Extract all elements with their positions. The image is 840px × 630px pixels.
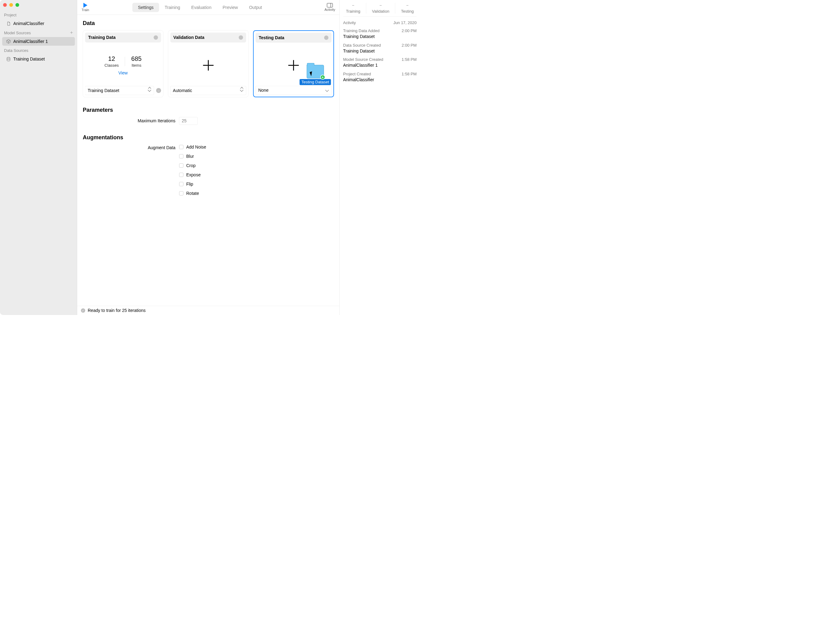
activity-item[interactable]: Training Data Added2:00 PM Training Data… <box>343 28 417 39</box>
activity-item[interactable]: Data Source Created2:00 PM Training Data… <box>343 43 417 54</box>
divider <box>125 57 125 66</box>
section-title-data: Data <box>83 20 334 26</box>
activity-toggle-button[interactable]: Activity <box>325 3 335 12</box>
testing-dataset-dropdown[interactable]: None <box>256 86 332 95</box>
max-iterations-label: Maximum Iterations <box>83 118 175 123</box>
activity-pane: – Training – Validation – Testing Activi… <box>340 0 420 315</box>
train-button-label: Train <box>82 8 89 12</box>
metrics-row: – Training – Validation – Testing <box>343 3 417 17</box>
sidebar-section-modelsources-label: Model Sources <box>0 29 35 37</box>
data-cards-row: Training Data 12 Classes <box>83 30 334 97</box>
activity-item[interactable]: Model Source Created1:58 PM AnimalClassi… <box>343 57 417 68</box>
sidebar-project-name: AnimalClassifier <box>13 21 44 26</box>
sidebar-icon <box>327 3 333 8</box>
main-tabs: Settings Training Evaluation Preview Out… <box>133 3 268 12</box>
validation-dataset-dropdown[interactable]: Automatic <box>170 86 246 95</box>
sidebar-data-source-name: Training Dataset <box>13 57 45 62</box>
document-icon <box>6 21 11 26</box>
svg-point-0 <box>7 57 10 58</box>
checkbox-icon[interactable] <box>179 154 183 158</box>
minimize-window-button[interactable] <box>9 3 13 7</box>
train-button[interactable]: Train <box>82 3 89 12</box>
augment-option-crop[interactable]: Crop <box>179 163 206 168</box>
go-to-dataset-icon[interactable] <box>156 88 161 93</box>
section-title-parameters: Parameters <box>83 107 334 113</box>
augment-option-add-noise[interactable]: Add Noise <box>179 145 206 150</box>
metric-testing-label: Testing <box>401 9 414 14</box>
training-classes-value: 12 <box>104 55 118 62</box>
checkbox-icon[interactable] <box>179 145 183 149</box>
augment-option-rotate[interactable]: Rotate <box>179 191 206 196</box>
section-title-augmentations: Augmentations <box>83 134 334 141</box>
tab-evaluation[interactable]: Evaluation <box>186 3 217 12</box>
main-area: Train Settings Training Evaluation Previ… <box>77 0 340 315</box>
metric-training-value: – <box>346 3 360 8</box>
metric-validation-label: Validation <box>372 9 389 14</box>
tab-preview[interactable]: Preview <box>217 3 244 12</box>
sidebar-section-project-label: Project <box>0 11 77 19</box>
refresh-icon[interactable] <box>324 36 328 40</box>
metric-validation-value: – <box>372 3 389 8</box>
sidebar-section-datasources-label: Data Sources <box>0 46 77 54</box>
augment-option-blur[interactable]: Blur <box>179 154 206 159</box>
activity-item[interactable]: Project Created1:58 PM AnimalClassifier <box>343 72 417 82</box>
maximize-window-button[interactable] <box>16 3 19 7</box>
testing-card-title: Testing Data <box>259 35 284 40</box>
metric-testing-value: – <box>401 3 414 8</box>
refresh-icon[interactable] <box>239 36 243 40</box>
training-dataset-dropdown[interactable]: Training Dataset <box>85 86 154 95</box>
testing-data-card[interactable]: Testing Data None <box>253 30 334 97</box>
add-testing-data-icon[interactable] <box>289 60 299 71</box>
training-items-value: 685 <box>131 55 141 62</box>
training-view-link[interactable]: View <box>118 70 128 75</box>
close-window-button[interactable] <box>3 3 7 7</box>
augment-option-flip[interactable]: Flip <box>179 182 206 186</box>
training-card-title: Training Data <box>88 35 116 40</box>
play-icon <box>84 3 87 8</box>
status-text: Ready to train for 25 iterations <box>88 308 146 313</box>
activity-header-date: Jun 17, 2020 <box>393 21 417 25</box>
augment-data-label: Augment Data <box>83 145 175 150</box>
window-controls <box>3 3 19 7</box>
augment-option-expose[interactable]: Expose <box>179 172 206 177</box>
max-iterations-input[interactable] <box>179 117 197 125</box>
training-data-card: Training Data 12 Classes <box>83 30 163 97</box>
validation-card-title: Validation Data <box>173 35 204 40</box>
augmentation-options: Add Noise Blur Crop Expose Flip Rotate <box>179 145 206 196</box>
status-check-icon <box>81 308 85 313</box>
divider <box>395 3 395 14</box>
metric-training-label: Training <box>346 9 360 14</box>
checkbox-icon[interactable] <box>179 191 183 196</box>
sidebar-model-source-item[interactable]: AnimalClassifier 1 <box>2 37 75 46</box>
sidebar: Project AnimalClassifier Model Sources A… <box>0 0 77 315</box>
database-icon <box>6 57 11 62</box>
sidebar-project-item[interactable]: AnimalClassifier <box>2 19 75 28</box>
tab-training[interactable]: Training <box>159 3 186 12</box>
toolbar: Train Settings Training Evaluation Previ… <box>77 0 340 15</box>
checkbox-icon[interactable] <box>179 163 183 168</box>
training-items-label: Items <box>131 63 141 68</box>
validation-data-card: Validation Data Automatic <box>168 30 249 97</box>
checkbox-icon[interactable] <box>179 173 183 177</box>
sidebar-data-source-item[interactable]: Training Dataset <box>2 55 75 64</box>
add-model-source-icon[interactable] <box>70 31 74 34</box>
training-classes-label: Classes <box>104 63 118 68</box>
cube-icon <box>6 39 11 44</box>
statusbar: Ready to train for 25 iterations <box>77 306 340 315</box>
tab-settings[interactable]: Settings <box>133 3 159 12</box>
refresh-icon[interactable] <box>153 36 158 40</box>
add-validation-data-icon[interactable] <box>203 60 213 71</box>
sidebar-model-source-name: AnimalClassifier 1 <box>13 39 48 44</box>
activity-list: Training Data Added2:00 PM Training Data… <box>343 28 417 82</box>
tab-output[interactable]: Output <box>243 3 267 12</box>
activity-header-label: Activity <box>343 21 356 25</box>
activity-toggle-label: Activity <box>325 8 335 12</box>
checkbox-icon[interactable] <box>179 182 183 186</box>
content-area: Data Training Data 12 Classes <box>77 15 340 306</box>
